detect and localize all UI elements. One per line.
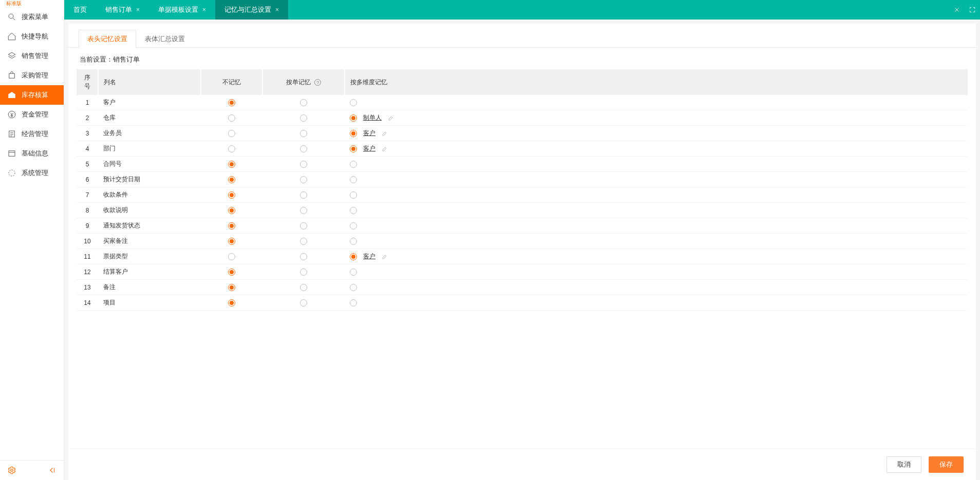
inner-tab-0[interactable]: 表头记忆设置 <box>79 30 136 48</box>
radio-bill[interactable] <box>300 99 307 106</box>
tab-2[interactable]: 单据模板设置× <box>149 0 215 20</box>
sidebar-item-5[interactable]: 资金管理 <box>0 105 64 124</box>
radio-dim[interactable] <box>350 299 357 306</box>
radio-bill[interactable] <box>300 161 307 168</box>
cell-none <box>201 280 262 295</box>
cell-none <box>201 218 262 234</box>
radio-none[interactable] <box>228 114 235 122</box>
radio-dim[interactable] <box>350 145 357 152</box>
sidebar-item-7[interactable]: 基础信息 <box>0 144 64 163</box>
sidebar-item-0[interactable]: 搜索菜单 <box>0 7 64 27</box>
radio-bill[interactable] <box>300 222 307 229</box>
cell-seq: 5 <box>77 157 98 172</box>
sidebar-item-3[interactable]: 采购管理 <box>0 66 64 85</box>
radio-none[interactable] <box>228 268 235 276</box>
radio-bill[interactable] <box>300 191 307 199</box>
radio-none[interactable] <box>228 238 235 245</box>
sidebar-item-label: 基础信息 <box>22 149 48 158</box>
radio-none[interactable] <box>228 99 235 106</box>
radio-bill[interactable] <box>300 114 307 122</box>
close-icon[interactable]: × <box>202 6 206 13</box>
stock-icon <box>7 90 16 100</box>
radio-bill[interactable] <box>300 145 307 152</box>
cell-bill <box>262 203 345 218</box>
dim-link[interactable]: 制单人 <box>363 113 382 122</box>
help-icon[interactable]: ? <box>314 79 321 86</box>
table-row: 2仓库制单人 <box>77 110 968 126</box>
radio-dim[interactable] <box>350 238 357 245</box>
radio-none[interactable] <box>228 222 235 229</box>
tab-0[interactable]: 首页 <box>64 0 96 20</box>
sidebar-item-label: 采购管理 <box>22 71 48 80</box>
sidebar-item-4[interactable]: 库存核算 <box>0 85 64 105</box>
radio-none[interactable] <box>228 145 235 152</box>
edit-icon[interactable] <box>382 146 388 152</box>
radio-bill[interactable] <box>300 130 307 137</box>
svg-point-5 <box>9 170 15 176</box>
radio-bill[interactable] <box>300 284 307 291</box>
radio-none[interactable] <box>228 130 235 137</box>
dim-link[interactable]: 客户 <box>363 129 375 138</box>
cell-name: 通知发货状态 <box>98 218 201 234</box>
radio-dim[interactable] <box>350 284 357 291</box>
tab-label: 首页 <box>73 5 87 14</box>
sidebar-item-1[interactable]: 快捷导航 <box>0 27 64 46</box>
cell-dim <box>345 187 968 203</box>
radio-none[interactable] <box>228 284 235 291</box>
radio-bill[interactable] <box>300 253 307 260</box>
svg-point-0 <box>9 14 13 18</box>
radio-bill[interactable] <box>300 176 307 183</box>
radio-bill[interactable] <box>300 268 307 276</box>
radio-none[interactable] <box>228 176 235 183</box>
radio-dim[interactable] <box>350 268 357 276</box>
cell-bill <box>262 218 345 234</box>
radio-none[interactable] <box>228 191 235 199</box>
sidebar-item-2[interactable]: 销售管理 <box>0 46 64 66</box>
close-icon[interactable]: × <box>275 6 279 13</box>
cell-dim: 客户 <box>345 249 968 264</box>
sidebar-item-label: 搜索菜单 <box>22 12 48 22</box>
radio-dim[interactable] <box>350 222 357 229</box>
radio-dim[interactable] <box>350 207 357 214</box>
radio-none[interactable] <box>228 253 235 260</box>
inner-tab-1[interactable]: 表体汇总设置 <box>136 30 194 48</box>
gear-icon[interactable] <box>7 466 16 475</box>
radio-dim[interactable] <box>350 191 357 199</box>
radio-none[interactable] <box>228 161 235 168</box>
cell-dim: 制单人 <box>345 110 968 126</box>
tab-3[interactable]: 记忆与汇总设置× <box>215 0 288 20</box>
close-icon[interactable]: × <box>136 6 140 13</box>
sidebar-item-8[interactable]: 系统管理 <box>0 163 64 183</box>
radio-dim[interactable] <box>350 130 357 137</box>
collapse-icon[interactable] <box>47 466 56 475</box>
table-row: 7收款条件 <box>77 187 968 203</box>
tab-label: 单据模板设置 <box>158 5 198 14</box>
tab-1[interactable]: 销售订单× <box>96 0 149 20</box>
radio-bill[interactable] <box>300 238 307 245</box>
cancel-button[interactable]: 取消 <box>887 456 921 473</box>
tabbar-close-button[interactable] <box>949 0 965 20</box>
radio-dim[interactable] <box>350 114 357 122</box>
tabbar-fullscreen-button[interactable] <box>965 0 980 20</box>
radio-dim[interactable] <box>350 161 357 168</box>
edit-icon[interactable] <box>388 115 394 121</box>
dim-link[interactable]: 客户 <box>363 144 375 153</box>
save-button[interactable]: 保存 <box>929 456 964 473</box>
table-row: 6预计交货日期 <box>77 172 968 187</box>
radio-none[interactable] <box>228 299 235 306</box>
cell-bill <box>262 95 345 110</box>
radio-dim[interactable] <box>350 176 357 183</box>
footer: 取消 保存 <box>68 449 976 480</box>
sidebar-item-6[interactable]: 经营管理 <box>0 124 64 144</box>
table-row: 9通知发货状态 <box>77 218 968 234</box>
tabbar: 首页销售订单×单据模板设置×记忆与汇总设置× <box>64 0 980 20</box>
radio-bill[interactable] <box>300 299 307 306</box>
radio-none[interactable] <box>228 207 235 214</box>
edit-icon[interactable] <box>382 130 388 137</box>
edit-icon[interactable] <box>382 254 388 260</box>
radio-bill[interactable] <box>300 207 307 214</box>
radio-dim[interactable] <box>350 99 357 106</box>
radio-dim[interactable] <box>350 253 357 260</box>
cell-name: 收款条件 <box>98 187 201 203</box>
dim-link[interactable]: 客户 <box>363 252 375 261</box>
